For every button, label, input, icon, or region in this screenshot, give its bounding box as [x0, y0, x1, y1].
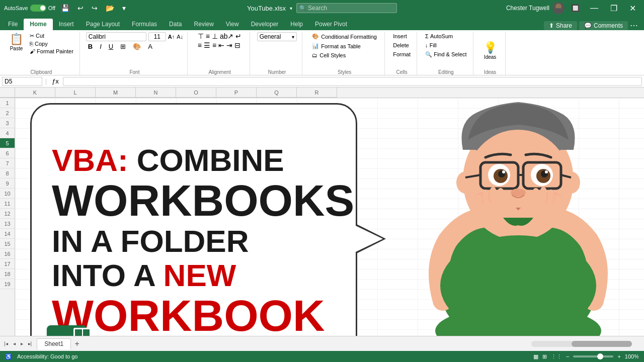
ribbon-tabs: File Home Insert Page Layout Formulas Da…: [0, 16, 644, 30]
row-4: 4: [0, 128, 15, 138]
format-as-table-button[interactable]: 📊 Format as Table: [309, 42, 364, 50]
redo-icon[interactable]: ↪: [89, 3, 100, 13]
add-sheet-button[interactable]: +: [72, 339, 82, 349]
number-format-dropdown-icon[interactable]: ▾: [292, 34, 294, 40]
col-header-q[interactable]: Q: [257, 87, 297, 98]
cell-styles-button[interactable]: 🗂 Cell Styles: [309, 51, 349, 59]
decrease-indent-button[interactable]: ⇤: [218, 41, 224, 49]
align-right-button[interactable]: ≡: [212, 41, 216, 49]
editing-group-label: Editing: [438, 69, 454, 75]
tab-data[interactable]: Data: [163, 19, 188, 30]
col-header-n[interactable]: N: [136, 87, 176, 98]
zoom-in-button[interactable]: +: [617, 353, 620, 359]
col-header-o[interactable]: O: [176, 87, 216, 98]
insert-cells-button[interactable]: Insert: [391, 32, 409, 40]
tab-power-pivot[interactable]: Power Pivot: [309, 19, 353, 30]
font-color-button[interactable]: A: [146, 42, 154, 51]
tab-formulas[interactable]: Formulas: [126, 19, 163, 30]
tab-page-layout[interactable]: Page Layout: [80, 19, 126, 30]
delete-cells-button[interactable]: Delete: [391, 41, 411, 49]
ribbon-more-icon[interactable]: ⋯: [630, 21, 638, 30]
underline-button[interactable]: U: [107, 42, 115, 51]
fill-button[interactable]: ↓ Fill: [423, 41, 439, 49]
format-painter-button[interactable]: 🖌 Format Painter: [28, 48, 75, 55]
zoom-slider[interactable]: [573, 355, 613, 357]
undo-icon[interactable]: ↩: [75, 3, 86, 13]
col-header-p[interactable]: P: [216, 87, 257, 98]
font-size-increase-button[interactable]: A↑: [168, 34, 175, 40]
align-middle-button[interactable]: ≡: [206, 32, 210, 40]
collapse-ribbon-button[interactable]: ∧: [637, 354, 641, 360]
align-bottom-button[interactable]: ⊥: [212, 32, 218, 40]
tab-insert[interactable]: Insert: [53, 19, 80, 30]
svg-point-20: [502, 170, 505, 173]
fill-color-button[interactable]: 🎨: [131, 42, 143, 51]
view-pagebreak-icon[interactable]: ⋮⋮: [551, 353, 562, 360]
font-family-selector[interactable]: Calibri: [86, 32, 146, 41]
paste-button[interactable]: 📋 Paste: [7, 32, 26, 53]
wrap-text-button[interactable]: ↵: [235, 32, 242, 40]
tab-help[interactable]: Help: [284, 19, 309, 30]
font-size-decrease-button[interactable]: A↓: [177, 34, 183, 40]
number-format-selector[interactable]: General ▾: [257, 32, 297, 41]
scroll-prev-sheet[interactable]: ◂: [11, 340, 18, 347]
tab-view[interactable]: View: [220, 19, 245, 30]
col-header-m[interactable]: M: [96, 87, 136, 98]
tab-review[interactable]: Review: [188, 19, 219, 30]
scroll-next-sheet[interactable]: ▸: [19, 340, 25, 347]
horizontal-scrollbar[interactable]: [531, 341, 632, 347]
save-icon[interactable]: 💾: [58, 3, 72, 13]
row-12: 12: [0, 209, 15, 219]
col-header-r[interactable]: R: [297, 87, 337, 98]
view-normal-icon[interactable]: ▦: [533, 353, 538, 360]
ideas-button[interactable]: 💡 Ideas: [481, 40, 500, 61]
col-header-l[interactable]: L: [55, 87, 96, 98]
autosum-button[interactable]: Σ AutoSum: [423, 32, 455, 40]
increase-indent-button[interactable]: ⇥: [226, 41, 232, 49]
ribbon-display-icon[interactable]: 🔲: [569, 3, 582, 13]
font-size-selector[interactable]: 11: [148, 32, 166, 41]
zoom-out-button[interactable]: −: [566, 353, 569, 359]
bubble-into-a-text: INTO A: [52, 258, 164, 293]
tab-home[interactable]: Home: [24, 19, 52, 30]
align-top-button[interactable]: ⊤: [198, 32, 204, 40]
autosave-switch[interactable]: [30, 5, 46, 12]
sheet-tab-sheet1[interactable]: Sheet1: [37, 338, 71, 349]
copy-button[interactable]: ⎘ Copy: [28, 40, 75, 47]
merge-center-button[interactable]: ⊟: [234, 41, 240, 49]
conditional-formatting-button[interactable]: 🎨 Conditional Formatting: [309, 32, 380, 41]
view-layout-icon[interactable]: ⊞: [542, 353, 547, 360]
col-header-k[interactable]: K: [15, 87, 55, 98]
autosave-toggle[interactable]: AutoSave Off: [4, 5, 55, 12]
speech-bubble: VBA: COMBINE WORKBOOKS IN A FOLDER INTO …: [30, 103, 357, 336]
filename-dropdown-icon[interactable]: ▾: [290, 6, 292, 11]
scroll-last-sheet[interactable]: ▸|: [26, 340, 34, 347]
bold-button[interactable]: B: [86, 42, 95, 51]
border-button[interactable]: ⊞: [118, 42, 128, 51]
cut-button[interactable]: ✂ Cut: [28, 32, 75, 40]
more-commands-icon[interactable]: ▾: [120, 3, 128, 13]
align-center-button[interactable]: ☰: [204, 41, 210, 49]
format-as-table-label: Format as Table: [321, 43, 361, 49]
comments-button[interactable]: 💬 Comments: [579, 21, 628, 30]
excel-logo: X: [47, 325, 87, 336]
format-cells-button[interactable]: Format: [391, 50, 413, 58]
share-button[interactable]: ⬆ Share: [544, 21, 577, 30]
find-select-button[interactable]: 🔍 Find & Select: [423, 50, 468, 59]
row-13: 13: [0, 219, 15, 229]
formula-input[interactable]: [63, 77, 642, 86]
orientation-button[interactable]: ab↗: [220, 32, 234, 40]
align-left-button[interactable]: ≡: [198, 41, 202, 49]
restore-button[interactable]: ❐: [606, 3, 621, 14]
close-button[interactable]: ✕: [625, 3, 640, 14]
minimize-button[interactable]: —: [586, 3, 602, 14]
formula-functions-button[interactable]: ƒx: [50, 77, 61, 85]
name-box[interactable]: [2, 77, 42, 86]
scroll-first-sheet[interactable]: |◂: [2, 340, 10, 347]
open-icon[interactable]: 📂: [103, 3, 117, 13]
tab-file[interactable]: File: [2, 19, 24, 30]
search-input[interactable]: [296, 3, 397, 13]
italic-button[interactable]: I: [98, 42, 104, 51]
person-figure: [397, 98, 639, 336]
tab-developer[interactable]: Developer: [245, 19, 285, 30]
